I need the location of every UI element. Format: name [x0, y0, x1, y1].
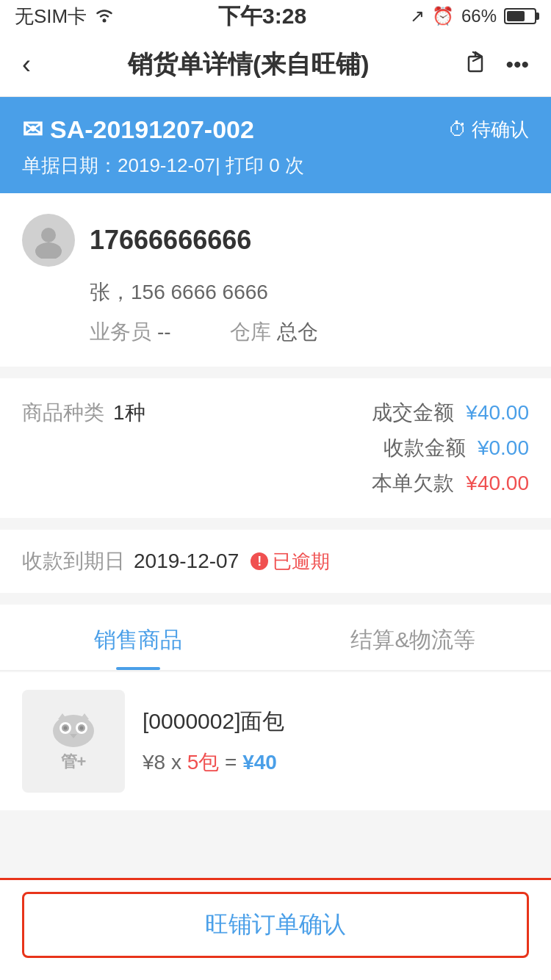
tab-sales-products[interactable]: 销售商品: [0, 605, 276, 670]
tabs-bar: 销售商品 结算&物流等: [0, 605, 551, 671]
customer-top: 17666666666: [22, 214, 529, 267]
share-button[interactable]: [466, 49, 491, 79]
status-bar-time: 下午3:28: [218, 1, 306, 32]
more-button[interactable]: •••: [505, 52, 529, 77]
balance-label: 本单欠款: [372, 469, 454, 497]
nav-actions: •••: [466, 49, 529, 79]
product-thumbnail: 管+: [22, 690, 125, 793]
balance-value: ¥40.00: [466, 472, 529, 495]
svg-point-2: [41, 228, 56, 242]
location-icon: ↗: [410, 6, 425, 26]
tabs-section: 销售商品 结算&物流等: [0, 605, 551, 671]
product-name: [0000002]面包: [143, 707, 529, 737]
order-icon: ✉: [22, 115, 43, 144]
svg-rect-1: [469, 57, 482, 71]
balance-row: 本单欠款 ¥40.00: [372, 469, 529, 497]
sales-value: --: [157, 320, 171, 344]
product-item: 管+ [0000002]面包 ¥8 x 5包 = ¥40: [22, 690, 529, 793]
order-status: ⏱ 待确认: [448, 117, 529, 143]
svg-point-4: [53, 715, 94, 747]
customer-section: 17666666666 张，156 6666 6666 业务员 -- 仓库 总仓: [0, 193, 551, 367]
avatar: [22, 214, 75, 267]
svg-point-3: [35, 242, 62, 259]
warehouse-value: 总仓: [277, 318, 318, 346]
svg-point-9: [64, 726, 68, 729]
svg-point-0: [103, 18, 107, 22]
due-date-section: 收款到期日 2019-12-07 ! 已逾期: [0, 530, 551, 593]
order-header-card: ✉ SA-20191207-002 ⏱ 待确认 单据日期：2019-12-07|…: [0, 97, 551, 193]
overdue-icon: !: [251, 552, 268, 570]
warehouse-label: 仓库: [230, 318, 271, 346]
received-label: 收款金额: [383, 434, 466, 462]
product-info: [0000002]面包 ¥8 x 5包 = ¥40: [143, 707, 529, 777]
product-count-label: 商品种类: [22, 399, 104, 427]
product-section: 管+ [0000002]面包 ¥8 x 5包 = ¥40: [0, 672, 551, 810]
nav-bar: ‹ 销货单详情(来自旺铺) •••: [0, 32, 551, 97]
customer-phone: 17666666666: [90, 225, 251, 256]
product-count-value: 1种: [113, 399, 145, 427]
amount-value: ¥40.00: [466, 401, 529, 425]
summary-right: 成交金额 ¥40.00 收款金额 ¥0.00 本单欠款 ¥40.00: [372, 399, 529, 497]
bottom-bar: 旺铺订单确认: [0, 878, 551, 980]
svg-point-10: [80, 726, 84, 729]
alarm-icon: ⏰: [432, 6, 454, 26]
received-value: ¥0.00: [478, 436, 529, 460]
sales-label: 业务员: [90, 318, 151, 346]
status-bar: 无SIM卡 下午3:28 ↗ ⏰ 66%: [0, 0, 551, 32]
status-bar-left: 无SIM卡: [15, 4, 115, 29]
confirm-button[interactable]: 旺铺订单确认: [22, 892, 529, 958]
amount-row: 成交金额 ¥40.00: [372, 399, 529, 427]
status-icon: ⏱: [448, 118, 467, 141]
due-label: 收款到期日: [22, 547, 125, 575]
page-title: 销货单详情(来自旺铺): [128, 48, 370, 82]
amount-label: 成交金额: [372, 399, 454, 427]
battery-label: 66%: [461, 6, 497, 26]
tab-settlement-logistics[interactable]: 结算&物流等: [276, 605, 551, 670]
wifi-icon: [94, 5, 115, 28]
status-bar-right: ↗ ⏰ 66%: [410, 6, 536, 26]
product-thumb-text: 管+: [61, 751, 87, 773]
back-button[interactable]: ‹: [22, 49, 31, 80]
product-price: ¥8 x 5包 = ¥40: [143, 749, 529, 777]
summary-left: 商品种类 1种: [22, 399, 145, 427]
received-row: 收款金额 ¥0.00: [383, 434, 529, 462]
carrier-label: 无SIM卡: [15, 4, 87, 29]
overdue-text: 已逾期: [273, 549, 330, 574]
summary-section: 商品种类 1种 成交金额 ¥40.00 收款金额 ¥0.00 本单欠款 ¥40.…: [0, 378, 551, 518]
overdue-badge: ! 已逾期: [251, 549, 330, 574]
customer-meta: 业务员 -- 仓库 总仓: [22, 318, 529, 346]
order-date: 单据日期：2019-12-07| 打印 0 次: [22, 153, 529, 179]
due-date-value: 2019-12-07: [134, 550, 239, 573]
customer-name: 张，156 6666 6666: [22, 278, 529, 306]
battery-icon: [504, 8, 536, 24]
order-id: ✉ SA-20191207-002: [22, 115, 254, 144]
